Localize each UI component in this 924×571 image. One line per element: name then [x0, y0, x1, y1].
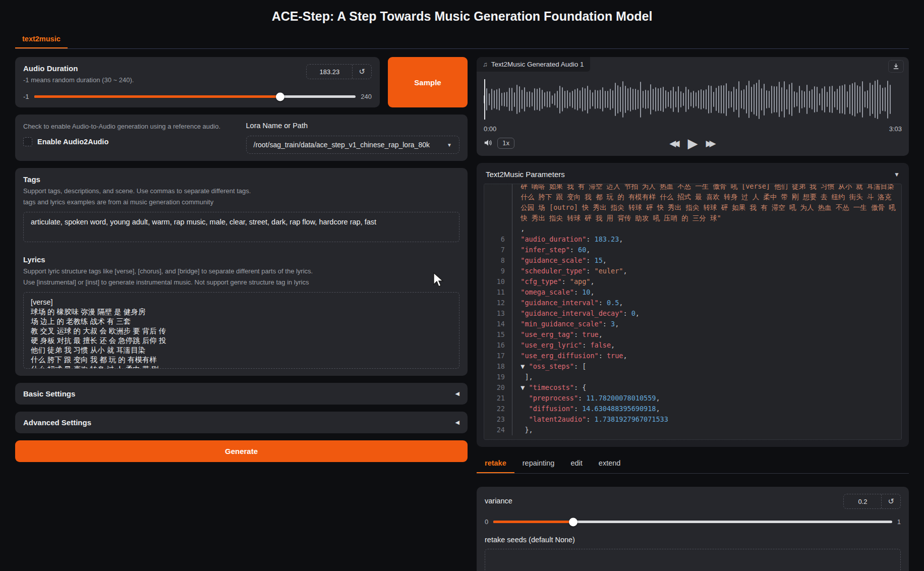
waveform-bar: [786, 89, 787, 109]
variance-input[interactable]: [844, 494, 881, 508]
waveform-bar: [557, 91, 558, 108]
collapse-arrow-icon[interactable]: ▼: [521, 383, 529, 391]
waveform-bar: [751, 87, 752, 111]
waveform-bar: [648, 90, 649, 108]
waveform-bar: [794, 91, 795, 107]
line-number: [484, 192, 512, 202]
audio-duration-input[interactable]: [307, 65, 352, 79]
music-note-icon: ♫: [483, 61, 488, 68]
download-button[interactable]: [888, 60, 904, 73]
waveform-bar: [522, 90, 523, 108]
waveform-bar: [693, 91, 694, 108]
waveform-bar: [665, 90, 666, 108]
slider-handle[interactable]: [569, 518, 578, 526]
generate-button[interactable]: Generate: [15, 440, 468, 462]
waveform-bar: [696, 92, 697, 106]
waveform-bar: [711, 86, 712, 113]
waveform-bar: [559, 86, 560, 113]
waveform-bar: [837, 89, 838, 110]
basic-settings-label: Basic Settings: [23, 389, 75, 398]
waveform-bar: [834, 91, 835, 108]
lora-dropdown-value: /root/sag_train/data/ace_step_v1_chinese…: [254, 141, 430, 149]
tab-text2music[interactable]: text2music: [15, 31, 68, 48]
waveform-bar: [875, 81, 876, 119]
waveform-bar: [602, 87, 603, 111]
total-time: 3:03: [889, 125, 902, 133]
collapse-arrow-icon[interactable]: ▼: [521, 362, 529, 370]
tab-retake[interactable]: retake: [477, 455, 514, 473]
waveform-bar: [703, 90, 704, 109]
waveform-bar: [567, 90, 568, 108]
waveform[interactable]: [484, 78, 902, 121]
waveform-bar: [612, 90, 613, 108]
chevron-down-icon: ▼: [447, 142, 452, 148]
waveform-bar: [580, 90, 581, 108]
waveform-bar: [615, 83, 616, 116]
waveform-bar: [527, 92, 528, 107]
waveform-bar: [839, 86, 840, 113]
waveform-bar: [635, 89, 636, 110]
reset-icon[interactable]: ↺: [881, 494, 900, 508]
waveform-bar: [827, 92, 828, 107]
audio-duration-slider[interactable]: [34, 95, 356, 98]
slider-fill: [493, 521, 573, 523]
advanced-settings-accordion[interactable]: Advanced Settings ◀: [15, 412, 468, 433]
line-number: 11: [484, 287, 512, 298]
waveform-bar: [658, 88, 659, 111]
waveform-bar: [741, 90, 742, 108]
json-line: 7"infer_step": 60,: [484, 245, 901, 255]
waveform-bar: [675, 91, 676, 108]
waveform-bar: [496, 89, 497, 109]
tags-textarea[interactable]: articulate, spoken word, young adult, wa…: [23, 212, 459, 242]
tab-edit[interactable]: edit: [562, 455, 590, 473]
slider-min-label: -1: [23, 93, 29, 100]
waveform-bar: [754, 84, 755, 115]
lora-dropdown[interactable]: /root/sag_train/data/ace_step_v1_chinese…: [246, 136, 460, 154]
reset-icon[interactable]: ↺: [352, 65, 371, 79]
json-line: 20▼ "timecosts": {: [484, 382, 901, 393]
slider-handle[interactable]: [276, 92, 284, 101]
waveform-bar: [486, 88, 487, 110]
waveform-bar: [806, 85, 807, 114]
tab-extend[interactable]: extend: [591, 455, 629, 473]
json-line: 10"cfg_type": "apg",: [484, 276, 901, 287]
json-line: 15"use_erg_tag": true,: [484, 329, 901, 340]
waveform-bar: [605, 91, 606, 108]
waveform-bar: [663, 87, 664, 112]
playback-speed-button[interactable]: 1x: [497, 138, 514, 149]
volume-button[interactable]: [484, 139, 493, 148]
waveform-bar: [764, 84, 765, 116]
sub-tabs: retakerepaintingeditextend: [477, 455, 909, 474]
waveform-bar: [862, 81, 863, 117]
json-viewer[interactable]: 砰 嘀嗒 如果 我 有 滞空 迈入 节拍 为人 热血 不怂 一生 傲骨 吼 [v…: [484, 184, 902, 440]
enable-audio2audio-label: Enable Audio2Audio: [37, 138, 108, 146]
waveform-bar: [494, 90, 495, 109]
variance-label: variance: [485, 494, 512, 505]
audio2audio-hint: Check to enable Audio-to-Audio generatio…: [23, 123, 237, 130]
lyrics-textarea[interactable]: [verse] 球场 的 橡胶味 弥漫 隔壁 是 健身房 场 边上 的 老教练 …: [23, 292, 459, 369]
waveform-bar: [587, 86, 588, 113]
waveform-bar: [607, 91, 608, 108]
sample-button[interactable]: Sample: [388, 57, 468, 107]
waveform-bar: [854, 82, 855, 117]
waveform-bar: [504, 92, 505, 106]
json-line: 砰 嘀嗒 如果 我 有 滞空 迈入 节拍 为人 热血 不怂 一生 傲骨 吼 [v…: [484, 184, 901, 192]
rewind-button[interactable]: ◀◀: [669, 139, 679, 148]
line-number: [484, 213, 512, 223]
waveform-bar: [511, 88, 512, 111]
collapse-down-icon[interactable]: ▼: [894, 171, 900, 178]
variance-slider[interactable]: [493, 521, 892, 523]
retake-seeds-textarea[interactable]: [485, 549, 901, 571]
play-button[interactable]: ▶: [688, 137, 698, 150]
basic-settings-accordion[interactable]: Basic Settings ◀: [15, 383, 468, 405]
main-tabbar: text2music: [15, 31, 909, 49]
waveform-bar: [885, 87, 886, 112]
waveform-bar: [723, 85, 724, 114]
forward-button[interactable]: ▶▶: [706, 139, 716, 148]
json-line: 什么 胯下 跟 变向 我 都 玩 的 有模有样 什么 招式 最 喜欢 转身 过 …: [484, 192, 901, 202]
waveform-bar: [890, 85, 891, 114]
tab-repainting[interactable]: repainting: [514, 455, 563, 473]
json-line: 6"audio_duration": 183.23,: [484, 234, 901, 245]
enable-audio2audio-checkbox[interactable]: [23, 137, 32, 146]
waveform-bar: [668, 92, 669, 107]
